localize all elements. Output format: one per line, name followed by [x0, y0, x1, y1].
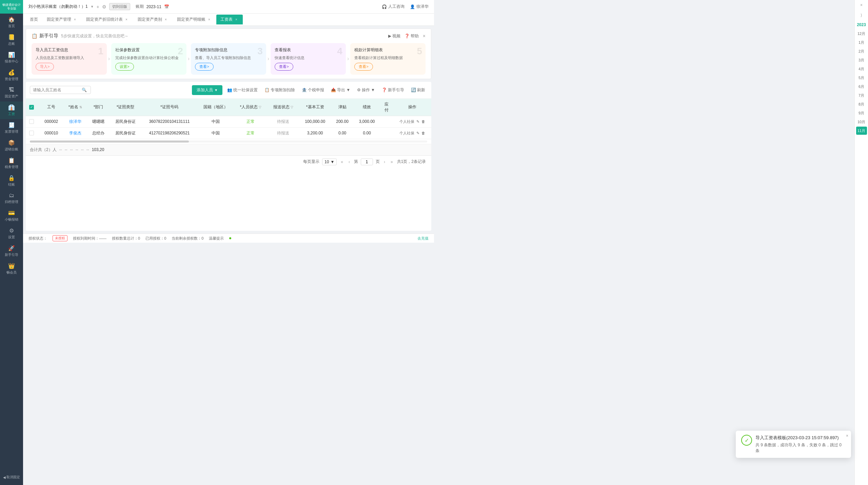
topup-link[interactable]: 去充值: [417, 236, 429, 241]
special-deduction-button[interactable]: 📋 专项附加扣除: [262, 86, 297, 94]
step-2-button[interactable]: 设置>: [115, 63, 134, 71]
page-label: 第: [354, 159, 358, 165]
edit-icon[interactable]: ✎: [416, 131, 419, 135]
emp-name-link[interactable]: 徐泽华: [69, 119, 81, 124]
tab-category-close-icon[interactable]: ×: [163, 17, 168, 22]
add-employee-button[interactable]: 添加人员 ▼: [192, 85, 222, 95]
dropdown-arrow-icon[interactable]: ▼: [91, 5, 94, 8]
edit-icon[interactable]: ✎: [416, 119, 419, 124]
toolbar-actions: 添加人员 ▼ 👥 统一社保设置 📋 专项附加扣除 🏦 个税申报: [192, 85, 427, 95]
step-1-title: 导入员工工资信息: [36, 47, 103, 53]
header-settings-icon[interactable]: ⚙: [102, 4, 106, 10]
header-checkbox[interactable]: ✓: [26, 99, 39, 116]
guide-close-icon[interactable]: ×: [423, 33, 426, 39]
footer-dash-6: --: [86, 147, 89, 152]
step-arrow-3: ›: [266, 43, 271, 75]
refresh-button[interactable]: 🔄 刷新: [409, 86, 427, 94]
version-toggle-button[interactable]: 切到旧版: [109, 3, 130, 10]
row-name[interactable]: 徐泽华: [63, 116, 87, 127]
tab-fixed-assets-close-icon[interactable]: ×: [73, 17, 77, 22]
tab-depreciation[interactable]: 固定资产折旧统计表 ×: [82, 15, 133, 24]
sidebar-item-expense[interactable]: 💳 小畅报销: [0, 207, 23, 225]
tab-category[interactable]: 固定资产类别 ×: [134, 15, 172, 24]
operations-label: 操作: [362, 87, 370, 93]
step-3-button[interactable]: 查看>: [195, 63, 213, 71]
search-box[interactable]: 🔍: [30, 86, 91, 94]
individual-tax-button[interactable]: 🏦 个税申报: [300, 86, 326, 94]
guide-help-link[interactable]: ❓ 帮助: [405, 33, 419, 39]
status-badge: 正常: [246, 119, 255, 124]
guide-action-label: 新手引导: [388, 87, 404, 93]
header-status[interactable]: *人员状态 ▽: [234, 99, 268, 116]
step-3-desc: 查看、导入员工专项附加扣除信息: [195, 55, 262, 61]
step-5-button[interactable]: 查看>: [354, 63, 373, 71]
emp-name-link[interactable]: 李俊杰: [69, 131, 81, 135]
horizontal-scrollbar[interactable]: [30, 141, 427, 143]
status-filter-icon[interactable]: ▽: [259, 105, 261, 109]
tab-depreciation-close-icon[interactable]: ×: [124, 17, 129, 22]
sidebar-item-general-ledger[interactable]: 📒 总账: [0, 31, 23, 49]
tab-detail-close-icon[interactable]: ×: [207, 17, 212, 22]
sidebar-item-purchase[interactable]: 📦 进销台账: [0, 137, 23, 154]
tab-payroll[interactable]: 工资表 ×: [216, 15, 243, 24]
row-name[interactable]: 李俊杰: [63, 127, 87, 139]
individual-tax-label: 个税申报: [308, 87, 324, 93]
export-button[interactable]: 📤 导出 ▼: [329, 86, 352, 94]
tab-fixed-assets[interactable]: 固定资产管理 ×: [43, 15, 81, 24]
warning-label: 温馨提示: [209, 236, 224, 241]
sidebar-item-invoice[interactable]: 🧾 发票管理: [0, 119, 23, 137]
personal-social-insurance-link[interactable]: 个人社保: [399, 119, 414, 124]
delete-icon[interactable]: 🗑: [421, 119, 425, 124]
sidebar-item-label: 归档管理: [5, 200, 18, 204]
scroll-thumb[interactable]: [30, 141, 189, 143]
delete-icon[interactable]: 🗑: [421, 131, 425, 135]
sidebar-item-fund[interactable]: 💰 资金管理: [0, 67, 23, 84]
sidebar-item-close[interactable]: 🔒 结账: [0, 172, 23, 190]
tab-home[interactable]: 首页: [26, 15, 42, 24]
employee-table-section: 🔍 添加人员 ▼ 👥 统一社保设置 📋 专项附加扣除: [26, 82, 431, 231]
social-insurance-button[interactable]: 👥 统一社保设置: [225, 86, 260, 94]
step-2-title: 社保参数设置: [115, 47, 182, 53]
search-icon[interactable]: 🔍: [82, 88, 87, 92]
name-sort-icon[interactable]: ⇅: [79, 105, 82, 109]
sidebar-item-guide[interactable]: 🚀 新手引导: [0, 242, 23, 243]
content-area: 📋 新手引导 5步快速完成设置，快去完善信息吧～ ▶ 视频 ❓ 帮助 ×: [23, 26, 434, 234]
footer-amount: 103,20: [92, 147, 104, 152]
user-info-button[interactable]: 👤 徐泽华: [410, 4, 429, 10]
sidebar-item-payroll[interactable]: 👔 工资: [0, 101, 23, 119]
tab-detail[interactable]: 固定资产明细账 ×: [173, 15, 216, 24]
guide-video-link[interactable]: ▶ 视频: [388, 33, 400, 39]
video-icon: ▶: [388, 34, 391, 38]
calendar-icon[interactable]: 📅: [164, 4, 169, 9]
per-page-select[interactable]: 10 ▼: [322, 158, 337, 165]
sidebar-item-fixed-assets[interactable]: 🏗 固定资产: [0, 84, 23, 101]
headset-icon: 🎧: [382, 4, 387, 9]
sidebar-item-home[interactable]: 🏠 首页: [0, 14, 23, 31]
operations-button[interactable]: ⚙ 操作 ▼: [355, 86, 377, 94]
add-account-button[interactable]: +: [97, 4, 99, 10]
next-page-button[interactable]: ›: [382, 159, 387, 165]
sidebar-item-settings[interactable]: ⚙ 设置: [0, 225, 23, 242]
sidebar-item-archive[interactable]: 🗂 归档管理: [0, 190, 23, 207]
personal-social-insurance-link[interactable]: 个人社保: [399, 131, 414, 136]
guide-title-icon: 📋: [32, 33, 37, 39]
guide-button[interactable]: ❓ 新手引导: [380, 86, 406, 94]
page-number-input[interactable]: [361, 158, 373, 165]
ai-consult-button[interactable]: 🎧 人工咨询: [382, 4, 405, 10]
header-report-status[interactable]: 报送状态 ▽: [268, 99, 299, 116]
row-checkbox[interactable]: [26, 127, 39, 139]
prev-page-button[interactable]: ‹: [347, 159, 351, 165]
period-label: 账期: [136, 4, 144, 10]
last-page-button[interactable]: »: [389, 159, 394, 165]
sidebar-item-report-center[interactable]: 📊 报表中心: [0, 49, 23, 67]
step-1-button[interactable]: 导入>: [36, 63, 54, 71]
footer-total: 合计共（2）人: [30, 147, 57, 153]
first-page-button[interactable]: «: [339, 159, 344, 165]
row-checkbox[interactable]: [26, 116, 39, 127]
step-4-button[interactable]: 查看>: [275, 63, 293, 71]
header-name[interactable]: *姓名 ⇅: [63, 99, 87, 116]
sidebar-item-tax[interactable]: 📋 税务管理: [0, 154, 23, 172]
tab-payroll-close-icon[interactable]: ×: [234, 17, 239, 22]
search-input[interactable]: [33, 88, 80, 92]
report-filter-icon[interactable]: ▽: [291, 105, 293, 109]
